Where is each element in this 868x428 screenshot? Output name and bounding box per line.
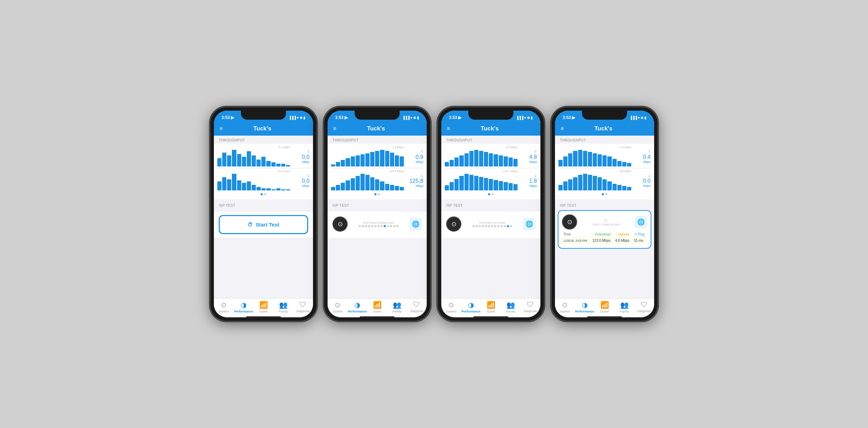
chart-bar (237, 154, 241, 166)
chart-bar (627, 187, 631, 190)
tab-system[interactable]: ⊙ System (441, 301, 461, 313)
tab-family[interactable]: 👥 Family (615, 301, 634, 313)
tab-diagnose[interactable]: 🛡 Diagnose (293, 301, 313, 313)
start-test-button[interactable]: ⏱ Start Test (219, 215, 308, 234)
dot-1 (374, 193, 376, 195)
chart-bar (281, 164, 285, 166)
upload-speed-info: ↑ 0.0 Mbps (292, 148, 310, 164)
app-header: ≡ Tuck's (214, 123, 313, 136)
progress-dot (510, 225, 512, 227)
tab-performance[interactable]: ◑ Performance (347, 301, 367, 313)
download-unit: Mbps (529, 184, 537, 188)
chart-bar (509, 157, 513, 166)
chart-bar (276, 164, 280, 166)
chart-bar (613, 184, 617, 190)
system-tab-icon: ⊙ (562, 301, 568, 309)
tab-diagnose[interactable]: 🛡 Diagnose (634, 301, 654, 313)
chart-bar (563, 156, 567, 166)
guest-tab-icon: 📶 (259, 301, 268, 309)
tab-family[interactable]: 👥 Family (501, 301, 521, 313)
hamburger-icon[interactable]: ≡ (219, 126, 223, 131)
tab-guest[interactable]: 📶 Guest (594, 301, 614, 313)
home-indicator (441, 316, 540, 317)
family-tab-label: Family (279, 310, 288, 313)
upload-arrow: ↑ (307, 148, 310, 154)
progress-dot (507, 225, 509, 227)
upload-chart-row: 0.1 Mbps ↑ 0.0 Mbps (217, 146, 310, 166)
chart-bar (484, 178, 488, 190)
chart-bar (588, 152, 592, 166)
upload-unit: Mbps (302, 160, 310, 164)
tab-diagnose[interactable]: 🛡 Diagnose (407, 301, 427, 313)
chart-bar (622, 162, 626, 166)
chart-bar (281, 189, 285, 190)
isp-section: ⏱ Start Test (214, 212, 313, 238)
download-unit: Mbps (643, 184, 651, 188)
hamburger-icon[interactable]: ≡ (447, 126, 450, 131)
chart-bar (242, 157, 246, 166)
tab-system[interactable]: ⊙ System (328, 301, 347, 313)
dot-2 (605, 193, 607, 195)
chart-bar (261, 188, 266, 190)
system-tab-label: System (446, 310, 457, 313)
upload-speed-info: ↑ 0.9 Mbps (406, 148, 423, 164)
tab-guest[interactable]: 📶 Guest (481, 301, 501, 313)
chart-bar (331, 187, 335, 190)
throughput-label: THROUGHPUT (214, 136, 313, 144)
chart-bar (489, 179, 493, 190)
phones-container: 3:53 ▶ ▐▐▐ ▾ ⊛ ▮ ≡ Tuck's THROUGHPUT 0.1… (210, 106, 658, 322)
hamburger-icon[interactable]: ≡ (561, 126, 564, 131)
tab-guest[interactable]: 📶 Guest (367, 301, 387, 313)
family-tab-icon: 👥 (393, 301, 401, 309)
tab-system[interactable]: ⊙ System (214, 301, 234, 313)
result-download: 123.0 Mbps (591, 237, 614, 244)
download-chart-box: 91.0 kbps (217, 170, 290, 190)
tab-bar: ⊙ System ◑ Performance 📶 Guest 👥 Family … (328, 298, 427, 316)
chart-bar (271, 189, 276, 190)
family-tab-label: Family (392, 310, 402, 313)
page-indicator (331, 192, 423, 196)
chart-bar (375, 179, 379, 190)
tab-family[interactable]: 👥 Family (274, 301, 293, 313)
chart-bar (346, 180, 350, 190)
tab-diagnose[interactable]: 🛡 Diagnose (521, 301, 540, 313)
download-speed-info: ↓ 0.0 Mbps (633, 172, 651, 188)
guest-tab-label: Guest (600, 310, 609, 313)
chart-bar (232, 174, 236, 190)
tab-performance[interactable]: ◑ Performance (234, 301, 253, 313)
complete-label: TEST COMPLETED (592, 223, 619, 226)
progress-dot (365, 225, 367, 227)
chart-bar (257, 160, 261, 166)
notch (355, 111, 400, 120)
test-complete-status: ✓ TEST COMPLETED (580, 218, 632, 226)
phone-screen: 3:53 ▶ ▐▐▐ ▾ ⊛ ▮ ≡ Tuck's THROUGHPUT 5.9… (441, 111, 540, 317)
chart-bar (336, 185, 340, 190)
upload-unit: Mbps (643, 160, 651, 164)
family-tab-label: Family (620, 310, 629, 313)
ping-header: ↗ Ping (633, 232, 647, 237)
download-arrow: ↓ (307, 172, 310, 178)
isp-section: ⊙ TESTING DOWNLOAD 🌐 (328, 212, 427, 238)
chart-bar (266, 188, 270, 190)
tab-performance[interactable]: ◑ Performance (575, 301, 594, 313)
tab-performance[interactable]: ◑ Performance (461, 301, 481, 313)
diagnose-tab-label: Diagnose (296, 309, 310, 313)
tab-family[interactable]: 👥 Family (387, 301, 407, 313)
content-area: THROUGHPUT 5.9 Mbps ↑ 4.8 Mbps (441, 136, 540, 298)
upload-max-label: 1.8 Mbps (392, 146, 404, 149)
chart-bar (217, 158, 222, 166)
download-speed-info: ↓ 125.8 Mbps (406, 172, 423, 188)
hamburger-icon[interactable]: ≡ (333, 126, 336, 131)
chart-bar (469, 151, 474, 166)
chart-bar (361, 154, 365, 166)
test-status-label: TESTING UPLOAD (479, 221, 506, 224)
tab-guest[interactable]: 📶 Guest (253, 301, 273, 313)
chart-bar (375, 151, 379, 166)
upload-value: 0.0 (302, 154, 310, 160)
result-ping: 15 ms (633, 237, 647, 244)
notch (241, 111, 286, 120)
diagnose-tab-icon: 🛡 (300, 301, 306, 309)
chart-bar (568, 153, 572, 166)
tab-system[interactable]: ⊙ System (555, 301, 575, 313)
progress-dot (390, 225, 392, 227)
